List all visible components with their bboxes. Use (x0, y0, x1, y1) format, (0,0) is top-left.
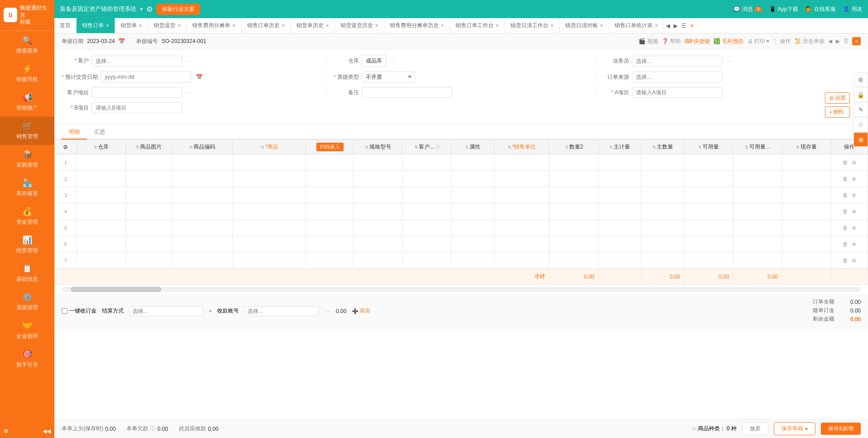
sidebar-item-guide[interactable]: 🎯 新手引导 (0, 345, 54, 373)
row-unit-5[interactable] (494, 220, 549, 236)
row-attr-5[interactable] (451, 220, 495, 236)
row-main-qty-7[interactable] (641, 252, 684, 269)
customer-input[interactable] (92, 56, 182, 67)
sidebar-item-marketing[interactable]: 📢 营销推广 (0, 88, 54, 116)
row-main-qty-6[interactable] (641, 236, 684, 252)
delivery-date-input[interactable] (101, 72, 191, 82)
row-available2-5[interactable] (733, 220, 782, 236)
copy-btn-6[interactable]: ⊕ (852, 241, 856, 247)
row-image-1[interactable] (126, 154, 171, 171)
tabs-close-all[interactable]: ✕ (688, 23, 696, 29)
discard-btn[interactable]: 放弃 (742, 422, 768, 435)
row-goods-5[interactable] (233, 220, 306, 236)
draft-dropdown-icon[interactable]: ▾ (805, 426, 808, 432)
row-stock-4[interactable] (782, 203, 831, 220)
next-record-btn[interactable]: ▶ (836, 38, 840, 44)
collapse-icon[interactable]: ◀◀ (43, 428, 51, 434)
horizontal-scrollbar[interactable] (62, 287, 861, 292)
salesperson-more-btn[interactable]: ··· (727, 58, 732, 64)
qty2-sort-icon[interactable]: ⇅ (565, 144, 568, 149)
tab-close-sales-stats[interactable]: ✕ (655, 23, 658, 28)
float-edit-btn[interactable]: ✎ (853, 102, 868, 117)
row-available2-3[interactable] (733, 187, 782, 203)
row-ccode-3[interactable] (402, 187, 451, 203)
row-spec-6[interactable] (354, 236, 402, 252)
row-code-6[interactable] (172, 236, 233, 252)
info-icon[interactable]: ⓘ (435, 144, 440, 150)
app-download-btn[interactable]: 📱 App下载 (769, 5, 798, 13)
row-main-unit-2[interactable] (598, 171, 641, 187)
row-available-7[interactable] (684, 252, 733, 269)
payment-method-select[interactable] (129, 306, 204, 316)
row-warehouse-5[interactable] (77, 220, 126, 236)
row-goods-7[interactable] (233, 252, 306, 269)
tab-close-expense-history[interactable]: ✕ (441, 23, 444, 28)
settings-btn[interactable]: ⚙ 设置 (825, 92, 850, 104)
tab-sales-expense[interactable]: 销售费用分摊单 ✕ (187, 18, 242, 33)
row-ccode-2[interactable] (402, 171, 451, 187)
salesperson-input[interactable] (632, 56, 723, 67)
copy-btn-1[interactable]: ⊕ (852, 159, 856, 166)
row-spec-4[interactable] (354, 203, 402, 220)
row-image-4[interactable] (126, 203, 171, 220)
tab-close-sales-invoice[interactable]: ✕ (139, 23, 142, 28)
sidebar-item-quick-nav[interactable]: ⚡ 快捷导航 (0, 59, 54, 88)
row-warehouse-7[interactable] (77, 252, 126, 269)
delete-btn-2[interactable]: 🗑 (843, 176, 848, 182)
tab-close-daily-reconcile[interactable]: ✕ (600, 23, 603, 28)
save-draft-btn[interactable]: 保存草稿 ▾ (774, 422, 815, 435)
scroll-thumb[interactable] (71, 287, 161, 292)
row-qty2-7[interactable] (549, 252, 598, 269)
row-main-unit-3[interactable] (598, 187, 641, 203)
delete-btn-5[interactable]: 🗑 (843, 225, 848, 231)
save-new-btn[interactable]: 保存&新增 (821, 423, 861, 435)
row-attr-6[interactable] (451, 236, 495, 252)
row-available-4[interactable] (684, 203, 733, 220)
tab-daily-reconcile[interactable]: 钱货日清对账 ✕ (560, 18, 609, 33)
row-stock-6[interactable] (782, 236, 831, 252)
row-image-6[interactable] (126, 236, 171, 252)
row-main-unit-1[interactable] (598, 154, 641, 171)
row-attr-4[interactable] (451, 203, 495, 220)
profit-forecast-btn[interactable]: 💹 毛利预告 (713, 38, 743, 45)
warehouse-sort-icon[interactable]: ⇅ (93, 144, 97, 149)
row-qty2-3[interactable] (549, 187, 598, 203)
address-more-btn[interactable]: ··· (187, 89, 191, 96)
tab-sales-invoice[interactable]: 销货单 ✕ (115, 18, 148, 33)
goods-sort-icon[interactable]: ⇅ (261, 144, 264, 149)
delete-btn-3[interactable]: 🗑 (843, 192, 848, 198)
one-key-checkout-checkbox[interactable]: 一键收订金 (62, 307, 97, 315)
calendar2-icon[interactable]: 📅 (196, 74, 203, 80)
customer-more-btn[interactable]: ··· (187, 58, 191, 64)
tab-close-daily-clear[interactable]: ✕ (550, 23, 554, 28)
row-image-7[interactable] (126, 252, 171, 269)
invoice-type-select[interactable]: 不开票 增值税专用发票 增值税普通发票 (362, 72, 415, 82)
row-main-qty-5[interactable] (641, 220, 684, 236)
config-icon[interactable]: ⚙ (63, 144, 68, 150)
one-key-checkout-input[interactable] (62, 308, 68, 314)
tab-sales-order-history[interactable]: 销售订单历史 ✕ (242, 18, 291, 33)
copy-btn-3[interactable]: ⊕ (852, 192, 856, 198)
row-ccode-5[interactable] (402, 220, 451, 236)
code-sort-icon[interactable]: ⇅ (189, 144, 193, 149)
operation-btn[interactable]: ⋮ 操作 (773, 38, 790, 45)
user-btn[interactable]: 👤 用友 (843, 5, 863, 13)
help-btn[interactable]: ❓ 帮助 (662, 38, 681, 45)
message-btn[interactable]: 💬 消息 9 (733, 5, 762, 13)
row-code-4[interactable] (172, 203, 233, 220)
row-code-2[interactable] (172, 171, 233, 187)
solution-btn[interactable]: 体验行业方案 (156, 4, 200, 15)
row-main-qty-1[interactable] (641, 154, 684, 171)
row-available-6[interactable] (684, 236, 733, 252)
available-sort-icon[interactable]: ⇅ (698, 144, 702, 149)
tab-detail[interactable]: 明细 (62, 125, 87, 140)
row-available-5[interactable] (684, 220, 733, 236)
prev-record-btn[interactable]: ◀ (828, 38, 832, 44)
row-available2-7[interactable] (733, 252, 782, 269)
sidebar-item-system[interactable]: ⚙️ 系统管理 (0, 288, 54, 316)
a-project-input[interactable] (632, 87, 723, 98)
dropdown-arrow[interactable]: ▾ (140, 6, 143, 12)
tabs-menu[interactable]: ☰ (679, 23, 688, 29)
row-attr-7[interactable] (451, 252, 495, 269)
scan-btn[interactable]: 扫码录入 (316, 143, 344, 151)
